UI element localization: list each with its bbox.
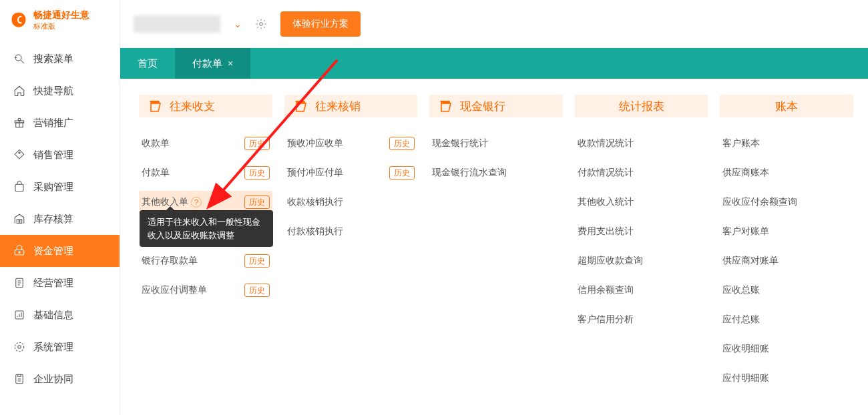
sidebar-item-info[interactable]: 基础信息 [0,299,120,331]
svg-point-20 [18,346,21,349]
menu-link[interactable]: 费用支出统计 [578,226,634,238]
sidebar-item-bag[interactable]: 采购管理 [0,171,120,203]
menu-link[interactable]: 应付总账 [722,314,760,326]
svg-rect-9 [15,250,24,256]
menu-link[interactable]: 预收冲应收单 [287,137,343,149]
menu-link[interactable]: 现金银行统计 [432,137,488,149]
menu-link[interactable]: 收款情况统计 [578,137,634,149]
sidebar-item-wallet[interactable]: 资金管理 [0,235,120,267]
menu-link-row: 应付明细账 [720,367,853,390]
menu-link[interactable]: 应收应付余额查询 [722,196,797,208]
tooltip-text: 适用于往来收入和一般性现金收入以及应收账款调整 [148,217,260,240]
try-industry-plan-button[interactable]: 体验行业方案 [280,11,361,37]
menu-link[interactable]: 应收明细账 [722,343,769,355]
menu-link-row: 信用余额查询 [575,279,708,302]
sidebar-item-doc[interactable]: 经营管理 [0,267,120,299]
home-icon [13,85,25,97]
brand-title: 畅捷通好生意 [33,10,89,20]
sidebar-item-label: 资金管理 [33,245,73,258]
settings-gear-icon[interactable] [255,18,267,30]
svg-point-10 [19,252,20,253]
brand-area: 畅捷通好生意 标准版 [0,0,120,40]
menu-link[interactable]: 付款单 [142,167,170,179]
wallet-icon [13,245,25,257]
history-badge[interactable]: 历史 [244,284,270,297]
sidebar: 畅捷通好生意 标准版 搜索菜单快捷导航营销推广销售管理采购管理库存核算资金管理经… [0,0,120,415]
tab-label: 付款单 [192,57,222,70]
history-badge[interactable]: 历史 [389,166,415,179]
sidebar-item-sys[interactable]: 系统管理 [0,331,120,363]
tab-strip: 首页付款单× [120,48,868,79]
history-badge[interactable]: 历史 [244,137,270,150]
menu-link[interactable]: 现金银行流水查询 [432,167,507,179]
doc-icon [13,277,25,289]
svg-rect-8 [20,220,22,224]
org-dropdown-chevron-icon[interactable]: ⌄ [230,19,246,29]
sidebar-item-label: 营销推广 [33,117,73,129]
menu-link[interactable]: 客户信用分析 [578,314,634,326]
menu-link-row: 其他收入统计 [575,191,708,214]
help-icon[interactable]: ? [191,197,202,208]
menu-link-row: 客户账本 [720,132,853,155]
menu-link[interactable]: 客户对账单 [722,226,769,238]
sidebar-item-gift[interactable]: 营销推广 [0,107,120,139]
menu-link[interactable]: 银行存取款单 [142,255,198,267]
sidebar-item-tag[interactable]: 销售管理 [0,139,120,171]
menu-link[interactable]: 供应商账本 [722,167,769,179]
gift-icon [13,117,25,129]
menu-link[interactable]: 超期应收款查询 [578,255,643,267]
menu-link[interactable]: 供应商对账单 [722,255,779,267]
section-icon [147,98,163,114]
section-col-2: 现金银行现金银行统计现金银行流水查询 [429,95,563,191]
sidebar-item-label: 快捷导航 [33,85,73,97]
menu-link[interactable]: 收款单 [142,137,170,149]
svg-point-19 [15,342,24,352]
sidebar-item-home[interactable]: 快捷导航 [0,75,120,107]
menu-link-row: 应收明细账 [720,338,853,360]
svg-line-1 [21,60,24,63]
menu-link-row: 付款核销执行 [284,220,418,243]
history-badge[interactable]: 历史 [244,166,270,179]
menu-link[interactable]: 应收应付调整单 [142,284,207,296]
section-title: 现金银行 [460,99,505,114]
sidebar-item-stock[interactable]: 库存核算 [0,203,120,235]
sidebar-item-label: 库存核算 [33,213,73,226]
menu-link[interactable]: 应付明细账 [722,372,769,384]
history-badge[interactable]: 历史 [244,195,270,209]
tab-label: 首页 [138,57,158,70]
menu-link[interactable]: 付款核销执行 [287,226,343,238]
svg-point-5 [19,152,20,153]
sidebar-item-search[interactable]: 搜索菜单 [0,43,120,75]
svg-point-24 [260,22,263,25]
menu-link-row: 客户信用分析 [575,308,708,331]
menu-link[interactable]: 收款核销执行 [287,196,343,208]
sidebar-item-collab[interactable]: 企业协同 [0,363,120,395]
history-badge[interactable]: 历史 [389,137,415,150]
menu-link-row: 预付冲应付单历史 [284,161,418,184]
close-icon[interactable]: × [228,58,233,69]
menu-link[interactable]: 应收总账 [722,284,760,296]
section-col-4: 账本客户账本供应商账本应收应付余额查询客户对账单供应商对账单应收总账应付总账应收… [720,95,853,396]
menu-link-row: 收款情况统计 [575,132,708,155]
brand-logo-icon [9,11,28,29]
stock-icon [13,213,25,225]
history-badge[interactable]: 历史 [244,254,270,268]
sidebar-item-label: 采购管理 [33,181,73,193]
menu-link[interactable]: 信用余额查询 [578,284,634,296]
menu-link-row: 供应商账本 [720,161,853,184]
menu-link-row: 付款单历史 [139,161,272,184]
menu-link[interactable]: 预付冲应付单 [287,167,343,179]
sys-icon [13,341,25,353]
menu-link-row: 银行存取款单历史 [139,250,272,272]
sidebar-item-label: 搜索菜单 [33,53,73,65]
menu-link[interactable]: 客户账本 [722,137,760,149]
section-header: 往来核销 [284,95,418,117]
sidebar-item-label: 经营管理 [33,277,73,290]
menu-link-row: 现金银行流水查询 [429,161,563,184]
tab-0[interactable]: 首页 [120,48,175,79]
content-area: 往来收支收款单历史付款单历史其他收入单 ?历史费用支出单历史银行存取款单历史应收… [120,79,868,415]
menu-link[interactable]: 其他收入统计 [578,196,634,208]
tab-1[interactable]: 付款单× [175,48,250,79]
section-title: 往来核销 [315,99,361,114]
menu-link[interactable]: 付款情况统计 [578,167,634,179]
